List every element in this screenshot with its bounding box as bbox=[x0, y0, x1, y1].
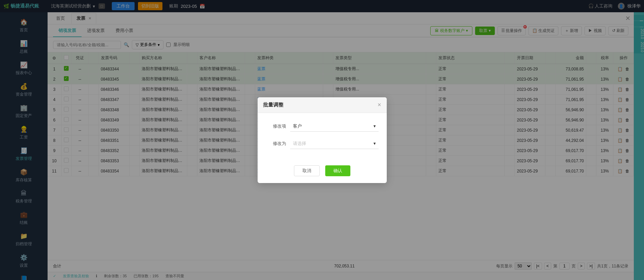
confirm-button[interactable]: 确认 bbox=[325, 165, 350, 176]
field-chevron-icon: ▾ bbox=[373, 123, 376, 129]
modal-overlay: 批量调整 × 修改项 客户 ▾ 修改为 请选择 ▾ bbox=[0, 0, 644, 280]
modal-value-label: 修改为 bbox=[266, 141, 286, 147]
modal-value-placeholder: 请选择 bbox=[293, 141, 306, 147]
modal-body: 修改项 客户 ▾ 修改为 请选择 ▾ bbox=[258, 113, 387, 161]
modal-field-label: 修改项 bbox=[266, 123, 286, 129]
modal-close-button[interactable]: × bbox=[378, 101, 381, 109]
modal-field-row: 修改项 客户 ▾ bbox=[266, 121, 379, 132]
modal-field-select[interactable]: 客户 ▾ bbox=[290, 121, 379, 132]
modal-value-select[interactable]: 请选择 ▾ bbox=[290, 138, 379, 149]
modal-field-value: 客户 bbox=[293, 123, 302, 129]
modal-value-row: 修改为 请选择 ▾ bbox=[266, 138, 379, 149]
value-chevron-icon: ▾ bbox=[373, 141, 376, 146]
cancel-button[interactable]: 取消 bbox=[294, 165, 320, 176]
modal-header: 批量调整 × bbox=[258, 97, 387, 113]
main-layout: 🏠 首页 📊 总账 📈 报表中心 💰 资金管理 🏢 固定资产 👷 工资 🧾 发票… bbox=[0, 12, 644, 280]
modal-footer: 取消 确认 bbox=[258, 161, 387, 183]
modal-title: 批量调整 bbox=[263, 102, 283, 108]
batch-adjust-modal: 批量调整 × 修改项 客户 ▾ 修改为 请选择 ▾ bbox=[258, 97, 387, 183]
